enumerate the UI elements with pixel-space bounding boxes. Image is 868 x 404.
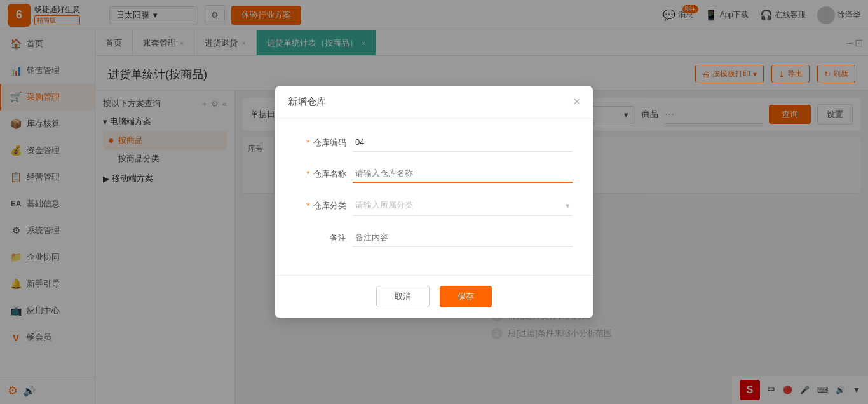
name-label: * 仓库名称 [295, 168, 346, 180]
dialog-close-button[interactable]: × [573, 95, 580, 109]
note-label: 备注 [295, 232, 346, 244]
category-selector[interactable]: 请输入所属分类 ▾ [353, 196, 573, 216]
note-input[interactable] [353, 229, 573, 247]
modal-overlay[interactable]: 新增仓库 × * 仓库编码 * 仓库名称 [0, 0, 868, 404]
category-label: * 仓库分类 [295, 200, 346, 212]
dialog-header: 新增仓库 × [275, 86, 593, 118]
form-row-code: * 仓库编码 [295, 133, 573, 152]
form-row-category: * 仓库分类 请输入所属分类 ▾ [295, 196, 573, 216]
dialog-body: * 仓库编码 * 仓库名称 * 仓库分类 请输入所属 [275, 118, 593, 275]
dialog-title: 新增仓库 [288, 96, 326, 108]
code-label: * 仓库编码 [295, 137, 346, 149]
save-button[interactable]: 保存 [440, 286, 492, 307]
form-row-name: * 仓库名称 [295, 165, 573, 183]
form-row-note: 备注 [295, 229, 573, 247]
cancel-button[interactable]: 取消 [376, 286, 430, 307]
dialog-footer: 取消 保存 [275, 275, 593, 318]
code-input[interactable] [353, 133, 573, 152]
dialog-new-warehouse: 新增仓库 × * 仓库编码 * 仓库名称 [275, 86, 593, 318]
category-chevron-icon: ▾ [566, 201, 570, 210]
name-input[interactable] [353, 165, 573, 183]
